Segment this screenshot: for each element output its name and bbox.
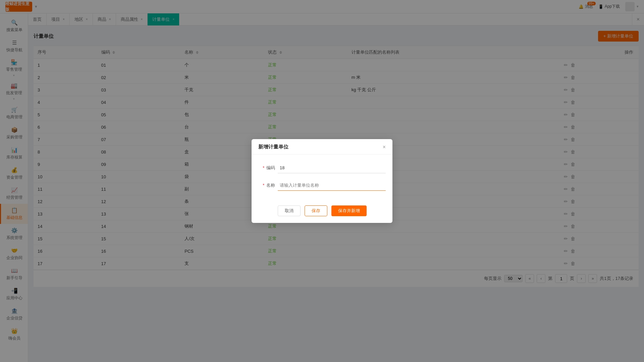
cancel-button[interactable]: 取消 — [278, 205, 301, 216]
form-row-name: * 名称 — [258, 180, 386, 191]
modal-body: * 编码 * 名称 — [252, 155, 392, 203]
save-and-add-button[interactable]: 保存并新增 — [331, 205, 367, 216]
code-label: * 编码 — [258, 165, 275, 171]
modal-title: 新增计量单位 — [258, 144, 288, 150]
add-unit-modal: 新增计量单位 × * 编码 * 名称 取消 保存 保存并新增 — [252, 139, 392, 223]
modal-header: 新增计量单位 × — [252, 139, 392, 155]
name-input[interactable] — [278, 180, 386, 191]
modal-overlay: 新增计量单位 × * 编码 * 名称 取消 保存 保存并新增 — [0, 0, 644, 362]
modal-footer: 取消 保存 保存并新增 — [252, 203, 392, 223]
form-row-code: * 编码 — [258, 163, 386, 173]
modal-close-button[interactable]: × — [383, 144, 386, 150]
required-mark: * — [263, 183, 264, 188]
required-mark: * — [263, 165, 264, 170]
name-label: * 名称 — [258, 182, 275, 188]
save-button[interactable]: 保存 — [305, 205, 327, 216]
code-input[interactable] — [278, 163, 386, 173]
